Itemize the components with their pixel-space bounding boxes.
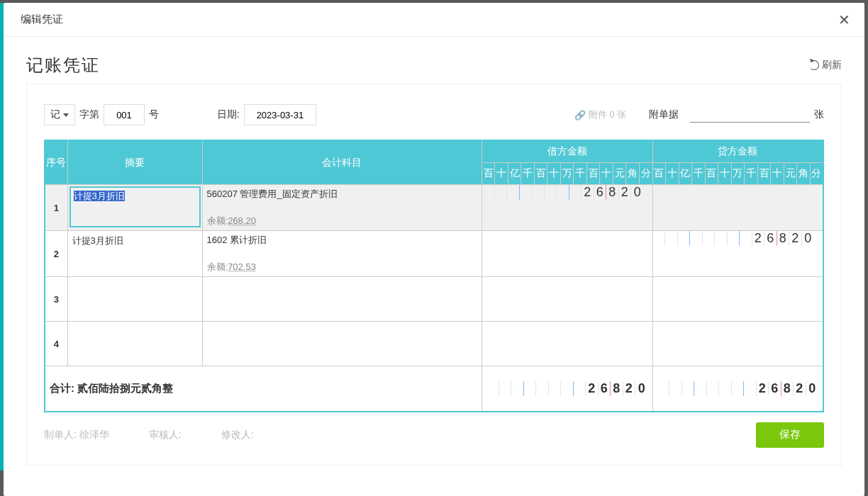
digit-cell: 6	[599, 381, 611, 396]
attachment-icon: 🔗	[574, 110, 586, 120]
digit-cell	[524, 381, 537, 396]
digit-cell: 2	[623, 381, 636, 396]
digit-header: 角	[626, 163, 639, 185]
total-credit: 26820	[652, 366, 823, 412]
credit-amount[interactable]: 26820	[652, 231, 823, 277]
voucher-panel: 记 字第 号 日期: 🔗 附件 0 张 附单据 张	[26, 84, 842, 466]
digit-cell	[728, 231, 740, 246]
digit-cell: 2	[757, 381, 769, 396]
digit-cell	[653, 231, 666, 246]
digit-cell: 8	[611, 381, 623, 396]
digit-cell	[744, 381, 757, 396]
digit-header: 十	[495, 163, 508, 185]
refresh-button[interactable]: 刷新	[809, 59, 842, 72]
digit-header: 十	[547, 163, 560, 185]
digit-header: 百	[534, 163, 547, 185]
voucher-modal: 编辑凭证 ✕ 记账凭证 刷新 记 字第 号	[4, 3, 864, 496]
footer-info: 制单人: 徐泽华 审核人: 修改人:	[44, 429, 254, 441]
digit-cell	[532, 185, 545, 200]
total-row: 合计: 贰佰陆拾捌元贰角整2682026820	[45, 366, 823, 412]
digit-header: 十	[771, 163, 784, 185]
digit-cell	[694, 381, 707, 396]
attach-bill-input[interactable]	[690, 107, 810, 123]
digit-cell	[682, 381, 695, 396]
digit-cell: 2	[586, 381, 599, 396]
subject-cell[interactable]: 1602 累计折旧余额:702.53	[202, 231, 482, 277]
credit-amount[interactable]	[652, 277, 823, 322]
digit-cell: 2	[789, 231, 802, 246]
digit-cell	[511, 381, 524, 396]
digit-cell: 0	[635, 381, 648, 396]
digit-cell	[557, 185, 569, 200]
digit-cell	[569, 185, 582, 200]
table-row: 4	[45, 322, 823, 366]
digit-cell	[536, 381, 549, 396]
table-row: 2计提3月折旧1602 累计折旧余额:702.5326820	[45, 231, 823, 277]
digit-cell: 8	[777, 231, 790, 246]
page-title: 记账凭证	[26, 54, 100, 77]
col-subject: 会计科目	[202, 140, 482, 185]
digit-cell	[719, 381, 732, 396]
digit-header: 千	[692, 163, 706, 185]
digit-cell	[707, 381, 720, 396]
digit-cell: 8	[781, 381, 794, 396]
summary-cell[interactable]	[67, 322, 202, 366]
modal-header: 编辑凭证 ✕	[4, 3, 864, 37]
digit-cell	[703, 231, 716, 246]
digit-header: 十	[666, 163, 679, 185]
total-label: 合计: 贰佰陆拾捌元贰角整	[45, 366, 482, 412]
digit-header: 百	[482, 163, 495, 185]
credit-amount[interactable]	[652, 185, 823, 231]
digit-header: 元	[784, 163, 797, 185]
subject-cell[interactable]	[202, 277, 482, 322]
digit-cell	[574, 381, 586, 396]
digit-cell	[561, 381, 574, 396]
debit-amount[interactable]	[482, 322, 653, 366]
voucher-number-input[interactable]	[104, 104, 145, 125]
debit-amount[interactable]	[482, 231, 653, 277]
digit-cell	[507, 185, 520, 200]
digit-cell	[499, 381, 512, 396]
seq-cell: 1	[45, 185, 67, 231]
debit-amount[interactable]	[482, 277, 653, 322]
digit-header: 百	[586, 163, 599, 185]
digit-header: 千	[521, 163, 534, 185]
digit-header: 亿	[679, 163, 692, 185]
digit-header: 千	[574, 163, 586, 185]
subject-cell[interactable]	[202, 322, 482, 366]
digit-cell: 6	[764, 231, 777, 246]
total-debit: 26820	[482, 366, 653, 412]
digit-header: 十	[600, 163, 613, 185]
credit-amount[interactable]	[652, 322, 823, 366]
table-row: 1计提3月折旧560207 管理费用_固定资产折旧余额:268.2026820	[45, 185, 823, 231]
col-summary: 摘要	[67, 140, 202, 185]
digit-header: 元	[613, 163, 625, 185]
digit-cell	[486, 381, 499, 396]
attachment-link[interactable]: 🔗 附件 0 张	[574, 108, 626, 121]
digit-header: 分	[639, 163, 652, 185]
voucher-prefix-select[interactable]: 记	[44, 104, 75, 125]
col-seq: 序号	[45, 140, 67, 185]
table-row: 3	[45, 277, 823, 322]
digit-cell	[545, 185, 557, 200]
voucher-table: 序号 摘要 会计科目 借方金额 贷方金额 百十亿千百十万千百十元角分百十亿千百十…	[44, 140, 824, 412]
digit-header: 分	[810, 163, 823, 185]
digit-header: 百	[705, 163, 718, 185]
digit-cell	[740, 231, 752, 246]
summary-input[interactable]: 计提3月折旧	[69, 186, 201, 227]
close-icon[interactable]: ✕	[838, 11, 850, 28]
digit-cell: 0	[802, 231, 815, 246]
date-input[interactable]	[244, 104, 316, 125]
summary-cell[interactable]: 计提3月折旧	[67, 231, 202, 277]
seq-cell: 3	[45, 277, 67, 322]
subject-cell[interactable]: 560207 管理费用_固定资产折旧余额:268.20	[202, 185, 482, 231]
refresh-icon	[809, 60, 819, 70]
digit-cell	[657, 381, 670, 396]
digit-cell: 6	[594, 185, 607, 200]
digit-cell	[678, 231, 691, 246]
summary-cell[interactable]	[67, 277, 202, 322]
save-button[interactable]: 保存	[756, 422, 824, 448]
digit-header: 角	[797, 163, 811, 185]
digit-header: 十	[718, 163, 732, 185]
debit-amount[interactable]: 26820	[482, 185, 653, 231]
